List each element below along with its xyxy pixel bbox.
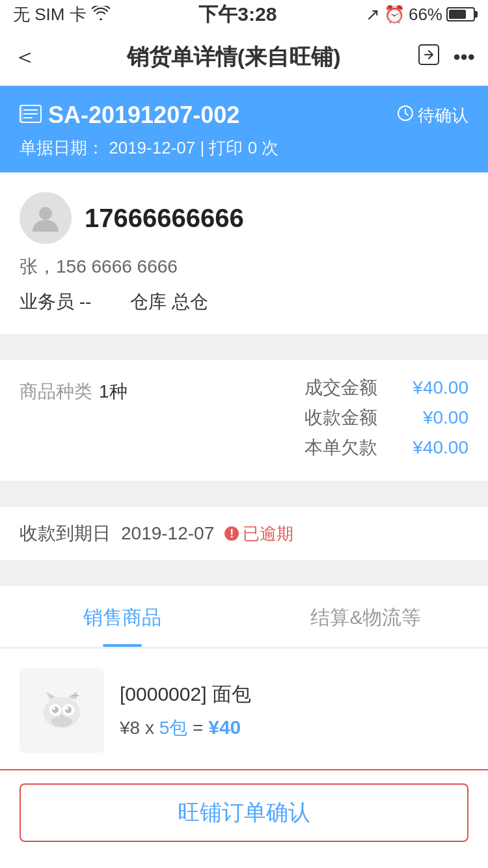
table-row: + [0000002] 面包 ¥8 x 5包 = ¥40 bbox=[0, 649, 488, 773]
order-id-container: SA-20191207-002 bbox=[20, 102, 239, 129]
product-category: 商品种类 1种 bbox=[20, 379, 128, 404]
overdue-badge: ! 已逾期 bbox=[224, 522, 293, 545]
status-bar: 无 SIM 卡 下午3:28 ↗ ⏰ 66% bbox=[0, 0, 488, 29]
svg-point-3 bbox=[39, 207, 52, 220]
arrears-row: 本单欠款 ¥40.00 bbox=[305, 435, 468, 460]
order-id-text: SA-20191207-002 bbox=[48, 102, 239, 129]
svg-point-10 bbox=[65, 707, 72, 713]
back-button[interactable]: ＜ bbox=[13, 34, 49, 79]
wifi-icon bbox=[92, 5, 110, 25]
receipt-label: 收款金额 bbox=[305, 405, 377, 430]
nav-bar: ＜ 销货单详情(来自旺铺) ••• bbox=[0, 29, 488, 86]
nav-actions: ••• bbox=[418, 44, 475, 71]
tab-sales[interactable]: 销售商品 bbox=[0, 586, 244, 647]
svg-marker-5 bbox=[46, 692, 55, 699]
svg-point-12 bbox=[66, 707, 68, 710]
transaction-value: ¥40.00 bbox=[390, 377, 468, 398]
location-icon: ↗ bbox=[366, 5, 380, 25]
salesman-value: -- bbox=[79, 292, 92, 312]
product-list: + [0000002] 面包 ¥8 x 5包 = ¥40 bbox=[0, 649, 488, 773]
product-name: [0000002] 面包 bbox=[120, 681, 468, 708]
confirm-order-button[interactable]: 旺铺订单确认 bbox=[20, 783, 468, 842]
tab-settlement[interactable]: 结算&物流等 bbox=[244, 586, 488, 647]
svg-point-11 bbox=[53, 707, 55, 710]
customer-card: 17666666666 张，156 6666 6666 业务员 -- 仓库 总仓 bbox=[0, 172, 488, 334]
status-time: 下午3:28 bbox=[198, 1, 277, 28]
receipt-row: 收款金额 ¥0.00 bbox=[305, 405, 468, 430]
share-icon[interactable] bbox=[418, 44, 440, 71]
warehouse-value: 总仓 bbox=[172, 292, 208, 312]
carrier-text: 无 SIM 卡 bbox=[13, 3, 87, 26]
bottom-bar: 旺铺订单确认 bbox=[0, 769, 488, 868]
overdue-icon: ! bbox=[224, 526, 239, 541]
customer-meta: 业务员 -- 仓库 总仓 bbox=[20, 290, 468, 314]
status-left: 无 SIM 卡 bbox=[13, 3, 110, 26]
warehouse-field: 仓库 总仓 bbox=[130, 290, 208, 314]
divider-1 bbox=[0, 334, 488, 347]
arrears-value: ¥40.00 bbox=[390, 437, 468, 458]
order-date-row: 单据日期： 2019-12-07 | 打印 0 次 bbox=[20, 137, 468, 159]
order-status: 待确认 bbox=[397, 104, 468, 127]
warehouse-label: 仓库 bbox=[130, 292, 167, 312]
customer-phone: 17666666666 bbox=[85, 204, 244, 233]
battery-icon bbox=[446, 7, 475, 21]
more-icon[interactable]: ••• bbox=[453, 45, 475, 69]
svg-text:+: + bbox=[72, 689, 79, 702]
receipt-value: ¥0.00 bbox=[390, 407, 468, 428]
category-label: 商品种类 bbox=[20, 379, 92, 404]
divider-2 bbox=[0, 481, 488, 494]
divider-3 bbox=[0, 560, 488, 573]
order-header: SA-20191207-002 待确认 单据日期： 2019-12-07 | 打… bbox=[0, 86, 488, 172]
product-info: [0000002] 面包 ¥8 x 5包 = ¥40 bbox=[120, 681, 468, 740]
tabs-container: 销售商品 结算&物流等 bbox=[0, 586, 488, 647]
avatar bbox=[20, 192, 72, 244]
status-clock-icon bbox=[397, 105, 414, 126]
salesman-label: 业务员 bbox=[20, 292, 74, 312]
due-date-card: 收款到期日 2019-12-07 ! 已逾期 bbox=[0, 507, 488, 560]
summary-card: 商品种类 1种 成交金额 ¥40.00 收款金额 ¥0.00 本单欠款 ¥40.… bbox=[0, 360, 488, 481]
product-price: ¥8 x 5包 = ¥40 bbox=[120, 716, 468, 740]
status-text: 待确认 bbox=[418, 104, 468, 127]
battery-percentage: 66% bbox=[409, 5, 442, 25]
salesman-field: 业务员 -- bbox=[20, 290, 91, 314]
product-thumbnail: + bbox=[20, 668, 104, 753]
svg-point-14 bbox=[51, 716, 72, 727]
status-right: ↗ ⏰ 66% bbox=[366, 5, 475, 25]
arrears-label: 本单欠款 bbox=[305, 435, 377, 460]
due-date-value: 2019-12-07 bbox=[121, 523, 214, 544]
category-value: 1种 bbox=[99, 379, 128, 404]
order-id-icon bbox=[20, 102, 42, 129]
overdue-text: 已逾期 bbox=[243, 522, 293, 545]
due-date-label: 收款到期日 bbox=[20, 521, 111, 546]
transaction-label: 成交金额 bbox=[305, 375, 377, 400]
transaction-row: 成交金额 ¥40.00 bbox=[305, 375, 468, 400]
svg-point-9 bbox=[52, 707, 59, 713]
alarm-icon: ⏰ bbox=[384, 5, 405, 25]
customer-name: 张，156 6666 6666 bbox=[20, 254, 468, 279]
financial-summary: 成交金额 ¥40.00 收款金额 ¥0.00 本单欠款 ¥40.00 bbox=[305, 375, 468, 465]
page-title: 销货单详情(来自旺铺) bbox=[49, 42, 418, 72]
